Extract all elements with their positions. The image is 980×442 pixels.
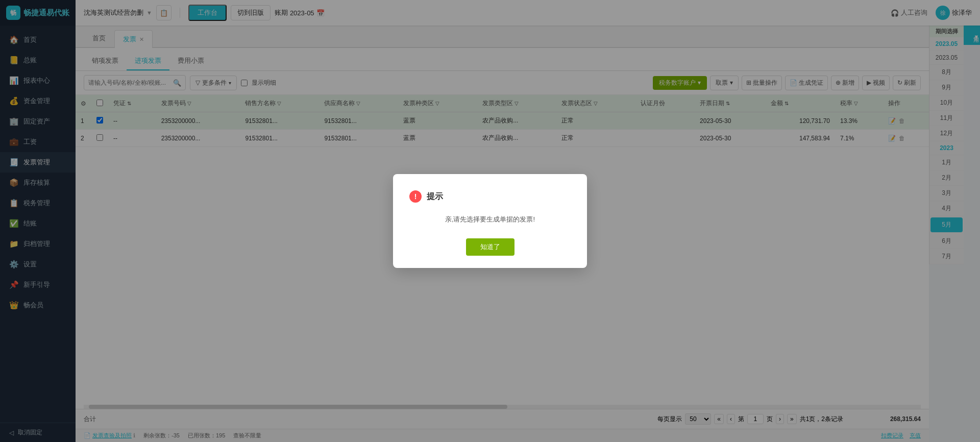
modal-title-row: ! 提示 bbox=[409, 190, 571, 203]
modal-dialog: ! 提示 亲,请先选择要生成单据的发票! 知道了 bbox=[393, 174, 587, 268]
modal-title-text: 提示 bbox=[427, 191, 443, 202]
modal-footer: 知道了 bbox=[409, 238, 571, 256]
confirm-btn[interactable]: 知道了 bbox=[466, 238, 514, 256]
modal-body: 亲,请先选择要生成单据的发票! bbox=[409, 215, 571, 224]
warning-icon: ! bbox=[409, 190, 422, 203]
modal-message: 亲,请先选择要生成单据的发票! bbox=[445, 215, 535, 223]
modal-overlay: ! 提示 亲,请先选择要生成单据的发票! 知道了 bbox=[0, 0, 980, 442]
